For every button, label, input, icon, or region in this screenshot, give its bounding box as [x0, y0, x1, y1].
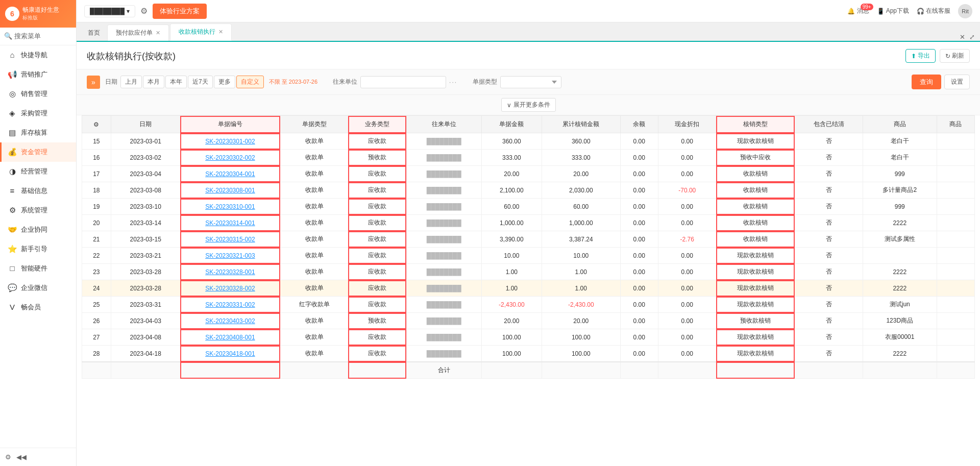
- this-year-btn[interactable]: 本年: [165, 76, 187, 88]
- maximize-icon[interactable]: ⤢: [969, 33, 975, 41]
- query-button[interactable]: 查询: [912, 75, 941, 89]
- sidebar-item-system[interactable]: ⚙ 系统管理: [0, 201, 76, 220]
- cell-bill-no: SK-20230304-001: [180, 166, 280, 182]
- bill-no-link[interactable]: SK-20230403-002: [205, 317, 255, 325]
- solution-button[interactable]: 体验行业方案: [153, 4, 207, 19]
- th-gear[interactable]: ⚙: [82, 116, 111, 133]
- tab-receipt-verify[interactable]: 收款核销执行 ✕: [170, 23, 232, 41]
- messages-button[interactable]: 🔔 消息 99+: [847, 7, 869, 15]
- cell-date: 2023-03-10: [111, 199, 180, 215]
- bill-no-link[interactable]: SK-20230418-001: [205, 350, 255, 357]
- refresh-button[interactable]: ↻ 刷新: [940, 49, 970, 63]
- th-counterparty[interactable]: 往来单位: [406, 116, 481, 133]
- cell-no: 26: [82, 313, 111, 329]
- bill-no-link[interactable]: SK-20230304-001: [205, 170, 255, 178]
- th-bill-no[interactable]: 单据编号: [180, 116, 280, 133]
- cell-bill-amount: 20.00: [481, 166, 542, 182]
- th-include-settled[interactable]: 包含已结清: [795, 116, 863, 133]
- cell-no: 20: [82, 215, 111, 231]
- prepay-tab-close-icon[interactable]: ✕: [156, 30, 160, 36]
- receipt-tab-close-icon[interactable]: ✕: [218, 29, 223, 35]
- page-title: 收款核销执行(按收款): [87, 50, 176, 68]
- last-month-btn[interactable]: 上月: [120, 76, 142, 88]
- bill-no-link[interactable]: SK-20230310-001: [205, 203, 255, 210]
- bill-no-link[interactable]: SK-20230408-001: [205, 334, 255, 341]
- cell-no: 21: [82, 231, 111, 248]
- smart-icon: □: [8, 264, 17, 273]
- sidebar-item-operation[interactable]: ◑ 经营管理: [0, 162, 76, 181]
- bill-no-link[interactable]: SK-20230328-002: [205, 285, 255, 292]
- sidebar-item-label: 库存核算: [21, 128, 47, 137]
- cell-goods: 多计量商品2: [863, 182, 937, 199]
- branch-dropdown[interactable]: ████████ ▾: [84, 5, 135, 17]
- cell-bill-type: 收款单: [280, 264, 349, 280]
- th-cumulative-amount[interactable]: 累计核销金额: [542, 116, 621, 133]
- sidebar-item-vip[interactable]: V 畅会员: [0, 298, 76, 317]
- th-goods[interactable]: 商品: [863, 116, 937, 133]
- sidebar-item-marketing[interactable]: 📢 营销推广: [0, 65, 76, 84]
- custom-date-btn[interactable]: 自定义: [236, 76, 264, 88]
- settings-icon[interactable]: ⚙: [5, 453, 11, 461]
- tab-home[interactable]: 首页: [82, 25, 106, 41]
- last-7days-btn[interactable]: 近7天: [188, 76, 213, 88]
- sidebar-item-wechat[interactable]: 💬 企业微信: [0, 278, 76, 298]
- app-download-button[interactable]: 📱 App下载: [877, 7, 909, 15]
- th-date[interactable]: 日期: [111, 116, 180, 133]
- vip-icon: V: [8, 303, 17, 311]
- cell-include-settled: 否: [795, 133, 863, 150]
- bill-no-link[interactable]: SK-20230328-001: [205, 268, 255, 276]
- bill-type-select[interactable]: 收款单 红字收款单: [500, 76, 561, 88]
- th-verify-type[interactable]: 核销类型: [716, 116, 795, 133]
- cell-goods: [863, 248, 937, 264]
- bill-no-link[interactable]: SK-20230308-001: [205, 187, 255, 194]
- cell-goods2: [937, 199, 974, 215]
- sidebar-item-inventory[interactable]: ▤ 库存核算: [0, 123, 76, 142]
- bill-no-link[interactable]: SK-20230301-002: [205, 138, 255, 145]
- bill-no-link[interactable]: SK-20230321-003: [205, 252, 255, 259]
- th-bill-type[interactable]: 单据类型: [280, 116, 349, 133]
- th-biz-type[interactable]: 业务类型: [348, 116, 406, 133]
- footer-label: 合计: [406, 362, 481, 379]
- bill-no-link[interactable]: SK-20230315-002: [205, 236, 255, 243]
- cell-bill-type: 收款单: [280, 150, 349, 166]
- sidebar-item-sales[interactable]: ◎ 销售管理: [0, 84, 76, 104]
- export-button[interactable]: ⬆ 导出: [905, 49, 936, 63]
- sidebar-item-basic[interactable]: ≡ 基础信息: [0, 181, 76, 201]
- cell-bill-amount: 3,390.00: [481, 231, 542, 248]
- date-quick-buttons: 上月 本月 本年 近7天 更多 自定义: [120, 76, 264, 88]
- cell-bill-amount: 360.00: [481, 133, 542, 150]
- user-avatar[interactable]: Rit: [958, 4, 972, 18]
- counterparty-input[interactable]: [360, 76, 446, 88]
- sidebar-item-beginner[interactable]: ⭐ 新手引导: [0, 239, 76, 259]
- topbar-gear-icon[interactable]: ⚙: [140, 6, 148, 16]
- filter-expand-button[interactable]: »: [87, 76, 100, 89]
- th-bill-amount[interactable]: 单据金额: [481, 116, 542, 133]
- th-cash-discount[interactable]: 现金折扣: [658, 116, 716, 133]
- filter-settings-button[interactable]: 设置: [944, 75, 970, 89]
- cell-bill-type: 收款单: [280, 346, 349, 362]
- cell-bill-amount: 333.00: [481, 150, 542, 166]
- collapse-icon[interactable]: ◀◀: [16, 453, 27, 461]
- sidebar-item-purchase[interactable]: ◈ 采购管理: [0, 104, 76, 123]
- bill-type-label: 单据类型: [473, 78, 497, 86]
- cell-bill-amount: 1.00: [481, 264, 542, 280]
- tab-prepay[interactable]: 预付款应付单 ✕: [107, 24, 169, 41]
- online-service-button[interactable]: 🎧 在线客服: [917, 7, 950, 15]
- main-area: ████████ ▾ ⚙ 体验行业方案 🔔 消息 99+ 📱 App下载 🎧 在…: [77, 0, 980, 466]
- cell-cash-discount: -70.00: [658, 182, 716, 199]
- expand-more-button[interactable]: ∨ 展开更多条件: [501, 98, 556, 112]
- search-menu[interactable]: 🔍 搜索菜单: [0, 28, 76, 45]
- this-month-btn[interactable]: 本月: [143, 76, 164, 88]
- th-balance[interactable]: 余额: [620, 116, 658, 133]
- close-all-icon[interactable]: ✕: [960, 33, 965, 41]
- more-date-btn[interactable]: 更多: [214, 76, 235, 88]
- sidebar-item-enterprise[interactable]: 🤝 企业协同: [0, 220, 76, 239]
- sidebar-item-smart[interactable]: □ 智能硬件: [0, 259, 76, 278]
- bill-no-link[interactable]: SK-20230302-002: [205, 154, 255, 161]
- sidebar-item-fund[interactable]: 💰 资金管理: [0, 142, 76, 162]
- th-goods2[interactable]: 商品: [937, 116, 974, 133]
- sidebar-item-quick-nav[interactable]: ⌂ 快捷导航: [0, 45, 76, 65]
- cell-balance: 0.00: [620, 150, 658, 166]
- bill-no-link[interactable]: SK-20230314-001: [205, 219, 255, 227]
- bill-no-link[interactable]: SK-20230331-002: [205, 301, 255, 308]
